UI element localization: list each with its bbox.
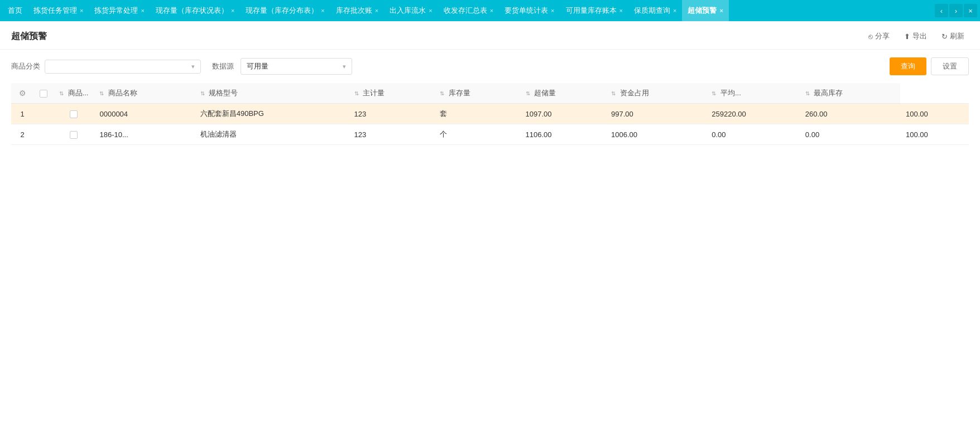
share-icon: ⎋: [868, 32, 873, 41]
datasource-filter: 数据源 可用量 ▾: [212, 58, 352, 75]
col-header-code[interactable]: ⇅ 商品...: [54, 83, 94, 104]
table-header: ⚙ ⇅ 商品... ⇅ 商品名称 ⇅ 规格型号: [11, 83, 969, 104]
header-actions: ⎋ 分享 ⬆ 导出 ↻ 刷新: [864, 29, 969, 43]
page-header: 超储预警 ⎋ 分享 ⬆ 导出 ↻ 刷新: [0, 21, 980, 50]
main-content: 超储预警 ⎋ 分享 ⬆ 导出 ↻ 刷新 商品分类 ▾ 数据源: [0, 21, 980, 446]
close-icon[interactable]: ×: [375, 7, 378, 14]
row-spec: 123: [349, 104, 434, 124]
table-body: 1 0000004 六配套新昌490BPG 123 套 1097.00 997.…: [11, 104, 969, 145]
row-index: 1: [11, 104, 33, 124]
refresh-icon: ↻: [941, 32, 948, 41]
row-over: 997.00: [606, 104, 706, 124]
nav-arrows: ‹ › ×: [934, 4, 978, 17]
table-row: 1 0000004 六配套新昌490BPG 123 套 1097.00 997.…: [11, 104, 969, 124]
nav-item-home[interactable]: 首页: [2, 0, 28, 21]
row-over: 1006.00: [606, 124, 706, 145]
nav-item-batch[interactable]: 库存批次账 ×: [330, 0, 384, 21]
nav-prev-button[interactable]: ‹: [935, 4, 948, 17]
category-filter: 商品分类 ▾: [11, 60, 201, 74]
row-setting-cell: [33, 104, 54, 124]
nav-item-overstock[interactable]: 超储预警 ×: [682, 0, 728, 21]
nav-item-summary[interactable]: 收发存汇总表 ×: [438, 0, 499, 21]
sort-icon: ⇅: [712, 90, 716, 96]
query-button[interactable]: 查询: [890, 57, 926, 75]
row-setting-cell: [33, 124, 54, 145]
table-row: 2 186-10... 机油滤清器 123 个 1106.00 1006.00 …: [11, 124, 969, 145]
close-icon[interactable]: ×: [619, 7, 623, 14]
set-button[interactable]: 设置: [931, 57, 969, 75]
nav-next-button[interactable]: ›: [949, 4, 963, 17]
row-stock: 1106.00: [520, 124, 606, 145]
datasource-value: 可用量: [247, 61, 268, 71]
close-icon[interactable]: ×: [719, 7, 723, 14]
col-header-spec[interactable]: ⇅ 规格型号: [195, 83, 349, 104]
chevron-down-icon: ▾: [343, 63, 346, 70]
row-max: 100.00: [900, 104, 969, 124]
nav-bar: 首页 拣货任务管理 × 拣货异常处理 × 现存量（库存状况表） × 现存量（库存…: [0, 0, 980, 21]
row-capital: 0.00: [706, 124, 800, 145]
close-icon[interactable]: ×: [673, 7, 676, 14]
export-icon: ⬆: [904, 32, 910, 41]
row-capital: 259220.00: [706, 104, 800, 124]
nav-item-expiry[interactable]: 保质期查询 ×: [628, 0, 682, 21]
filter-bar: 商品分类 ▾ 数据源 可用量 ▾ 查询 设置: [0, 50, 980, 83]
row-avg: 260.00: [800, 104, 900, 124]
close-icon[interactable]: ×: [141, 7, 144, 14]
close-icon[interactable]: ×: [429, 7, 432, 14]
data-table-wrap: ⚙ ⇅ 商品... ⇅ 商品名称 ⇅ 规格型号: [0, 83, 980, 145]
nav-close-button[interactable]: ×: [964, 4, 977, 17]
sort-icon: ⇅: [59, 90, 64, 96]
datasource-label: 数据源: [212, 61, 234, 71]
filter-actions: 查询 设置: [890, 57, 969, 75]
gear-icon[interactable]: ⚙: [19, 89, 26, 98]
datasource-select[interactable]: 可用量 ▾: [241, 58, 352, 75]
sort-icon: ⇅: [526, 90, 530, 96]
col-header-avg[interactable]: ⇅ 平均...: [706, 83, 800, 104]
col-header-over[interactable]: ⇅ 超储量: [520, 83, 606, 104]
row-check-cell[interactable]: [54, 124, 94, 145]
row-spec: 123: [349, 124, 434, 145]
sort-icon: ⇅: [805, 90, 810, 96]
nav-item-abnormal[interactable]: 拣货异常处理 ×: [89, 0, 150, 21]
chevron-down-icon: ▾: [191, 63, 195, 70]
nav-item-available[interactable]: 可用量库存账本 ×: [560, 0, 628, 21]
sort-icon: ⇅: [99, 90, 104, 96]
nav-item-task[interactable]: 拣货任务管理 ×: [28, 0, 89, 21]
nav-item-stock-dist[interactable]: 现存量（库存分布表） ×: [240, 0, 330, 21]
nav-item-stock-status[interactable]: 现存量（库存状况表） ×: [150, 0, 240, 21]
share-button[interactable]: ⎋ 分享: [864, 29, 894, 43]
export-button[interactable]: ⬆ 导出: [900, 29, 931, 43]
row-unit: 套: [434, 104, 520, 124]
col-header-name[interactable]: ⇅ 商品名称: [94, 83, 194, 104]
col-header-unit[interactable]: ⇅ 主计量: [349, 83, 434, 104]
category-label: 商品分类: [11, 61, 40, 71]
nav-item-flow[interactable]: 出入库流水 ×: [384, 0, 438, 21]
sort-icon: ⇅: [354, 90, 359, 96]
close-icon[interactable]: ×: [80, 7, 83, 14]
close-icon[interactable]: ×: [231, 7, 234, 14]
row-checkbox[interactable]: [70, 131, 78, 139]
select-all-checkbox[interactable]: [40, 90, 47, 98]
row-unit: 个: [434, 124, 520, 145]
close-icon[interactable]: ×: [321, 7, 324, 14]
sort-icon: ⇅: [200, 90, 205, 96]
row-stock: 1097.00: [520, 104, 606, 124]
row-check-cell[interactable]: [54, 104, 94, 124]
col-header-stock[interactable]: ⇅ 库存量: [434, 83, 520, 104]
row-name: 六配套新昌490BPG: [195, 104, 349, 124]
category-select[interactable]: ▾: [45, 60, 201, 74]
row-code: 186-10...: [94, 124, 194, 145]
close-icon[interactable]: ×: [551, 7, 554, 14]
nav-item-order-stat[interactable]: 要货单统计表 ×: [499, 0, 560, 21]
col-header-check[interactable]: [33, 83, 54, 104]
row-name: 机油滤清器: [195, 124, 349, 145]
row-max: 100.00: [900, 124, 969, 145]
data-table: ⚙ ⇅ 商品... ⇅ 商品名称 ⇅ 规格型号: [11, 83, 969, 145]
col-header-max[interactable]: ⇅ 最高库存: [800, 83, 900, 104]
col-header-capital[interactable]: ⇅ 资金占用: [606, 83, 706, 104]
col-header-setting[interactable]: ⚙: [11, 83, 33, 104]
row-index: 2: [11, 124, 33, 145]
refresh-button[interactable]: ↻ 刷新: [937, 29, 969, 43]
close-icon[interactable]: ×: [490, 7, 493, 14]
row-checkbox[interactable]: [70, 110, 78, 118]
